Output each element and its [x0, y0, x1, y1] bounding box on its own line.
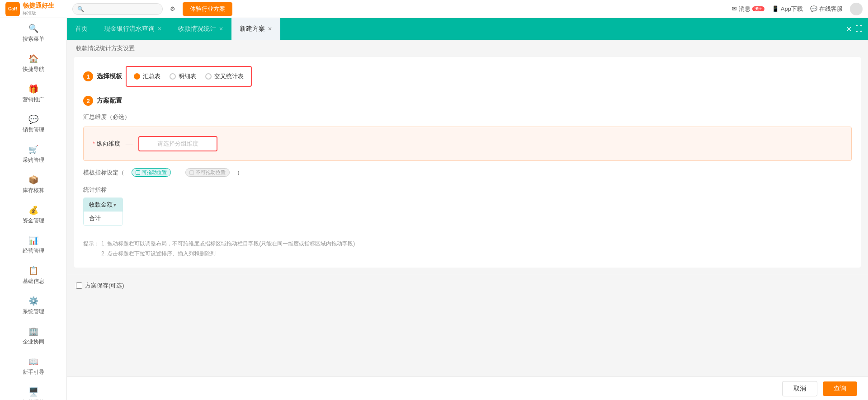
tips-section: 提示： 1. 拖动标题栏可以调整布局，不可跨维度或指标区域拖动栏目字段(只能在同… [83, 239, 852, 259]
finance-icon: 💰 [28, 205, 38, 215]
purchase-icon: 🛒 [28, 145, 38, 155]
top-right-area: ✉ 消息 99+ 📱 App下载 💬 在线客服 [732, 3, 863, 15]
tab-cashflow-close[interactable]: ✕ [157, 26, 162, 32]
sidebar-item-finance[interactable]: 💰 资金管理 [0, 200, 66, 230]
main-card: 1 选择模板 汇总表 明细表 [74, 57, 861, 268]
sidebar-item-operation[interactable]: 📊 经营管理 [0, 230, 66, 260]
trial-button[interactable]: 体验行业方案 [183, 2, 232, 16]
step1-title: 选择模板 [97, 72, 122, 80]
tip-line-1: 提示： 1. 拖动标题栏可以调整布局，不可跨维度或指标区域拖动栏目字段(只能在同… [83, 239, 852, 249]
logo-tag: 标准版 [23, 10, 54, 16]
metric-row-total: 合计 [84, 212, 123, 225]
metric-group-name: 收款金额 [89, 201, 113, 209]
top-search: 🔍 ⚙ 体验行业方案 [72, 2, 732, 16]
metric-dropdown-icon: ▼ [113, 202, 117, 207]
guide-icon: 📖 [28, 357, 38, 367]
radio-group: 汇总表 明细表 交叉统计表 [134, 72, 244, 80]
basic-info-icon: 📋 [28, 266, 38, 276]
user-avatar[interactable] [850, 3, 863, 15]
settings-icon[interactable]: ⚙ [166, 3, 179, 15]
metric-group-title[interactable]: 收款金额 ▼ [84, 198, 123, 212]
maximize-icon[interactable]: ⛶ [855, 25, 863, 33]
save-checkbox[interactable] [76, 282, 82, 289]
radio-circle-detail [170, 73, 176, 80]
save-section: 方案保存(可选) [67, 275, 868, 296]
sidebar-item-label: 采购管理 [23, 156, 44, 164]
quick-nav-icon: 🏠 [28, 54, 38, 64]
tab-cashflow[interactable]: 现金银行流水查询 ✕ [96, 18, 170, 40]
radio-summary-label: 汇总表 [143, 72, 160, 80]
unmovable-label: 不可拖动位置 [196, 169, 226, 176]
query-button[interactable]: 查询 [823, 381, 857, 396]
step1-header: 1 选择模板 汇总表 明细表 [83, 66, 852, 87]
search-input-box[interactable]: 🔍 [72, 3, 163, 15]
dimension-arrow: — [126, 140, 133, 148]
sidebar-item-label: 营销推广 [23, 96, 44, 104]
logo-icon: CaR [5, 2, 20, 16]
dimension-select[interactable]: 请选择分组维度 [138, 136, 217, 151]
sidebar-item-quick-nav[interactable]: 🏠 快捷导航 [0, 48, 66, 79]
sidebar-item-label: 快捷导航 [23, 66, 44, 73]
sidebar-item-sales[interactable]: 💬 销售管理 [0, 109, 66, 139]
sidebar-item-hardware[interactable]: 🖥️ 智能硬件 [0, 381, 66, 400]
sidebar-item-purchase[interactable]: 🛒 采购管理 [0, 139, 66, 169]
step2-section: 2 方案配置 汇总维度（必选） * 纵向维度 — [83, 96, 852, 259]
tab-bar-right: ✕ ⛶ [840, 18, 868, 40]
tab-home[interactable]: 首页 [67, 18, 96, 40]
sidebar-item-basic-info[interactable]: 📋 基础信息 [0, 260, 66, 291]
metrics-header: 模板指标设定（ 可拖动位置 不可拖动位置 ） [83, 168, 852, 177]
tab-cashflow-label: 现金银行流水查询 [104, 25, 155, 33]
sidebar-item-inventory[interactable]: 📦 库存核算 [0, 169, 66, 200]
sidebar-item-label: 库存核算 [23, 187, 44, 194]
radio-detail[interactable]: 明细表 [170, 72, 196, 80]
sidebar-item-label: 资金管理 [23, 217, 44, 225]
metric-group: 收款金额 ▼ 合计 [83, 198, 123, 226]
sidebar-item-search-menu[interactable]: 🔍 搜索菜单 [0, 18, 66, 48]
hardware-icon: 🖥️ [28, 387, 38, 397]
download-button[interactable]: 📱 App下载 [772, 5, 803, 13]
radio-detail-label: 明细表 [179, 72, 196, 80]
message-badge: 99+ [752, 6, 764, 11]
metrics-area: 统计指标 收款金额 ▼ 合计 [83, 181, 852, 230]
tab-new-plan-close[interactable]: ✕ [268, 26, 272, 32]
unmovable-badge: 不可拖动位置 [185, 168, 230, 177]
tab-home-label: 首页 [75, 25, 88, 33]
save-label: 方案保存(可选) [85, 282, 124, 290]
breadcrumb: 收款情况统计方案设置 [67, 40, 868, 57]
sidebar-item-marketing[interactable]: 🎁 营销推广 [0, 79, 66, 109]
page-content: 收款情况统计方案设置 1 选择模板 汇总表 [67, 40, 868, 376]
tab-receipt-stats[interactable]: 收款情况统计 ✕ [170, 18, 231, 40]
enterprise-icon: 🏢 [28, 326, 38, 336]
download-label: App下载 [781, 5, 803, 13]
tab-new-plan-label: 新建方案 [240, 25, 265, 33]
radio-summary[interactable]: 汇总表 [134, 72, 160, 80]
vertical-dim-text: 纵向维度 [97, 140, 120, 147]
sidebar-item-guide[interactable]: 📖 新手引导 [0, 351, 66, 381]
marketing-icon: 🎁 [28, 84, 38, 94]
service-button[interactable]: 💬 在线客服 [810, 5, 843, 13]
radio-cross[interactable]: 交叉统计表 [205, 72, 244, 80]
sidebar-item-label: 搜索菜单 [23, 35, 44, 43]
step2-badge: 2 [83, 96, 93, 106]
radio-circle-summary [134, 73, 140, 80]
sidebar-item-enterprise[interactable]: 🏢 企业协同 [0, 321, 66, 351]
footer-bar: 取消 查询 [67, 376, 868, 400]
metrics-close-paren: ） [237, 169, 243, 177]
message-button[interactable]: ✉ 消息 99+ [732, 5, 764, 13]
save-checkbox-label[interactable]: 方案保存(可选) [76, 282, 124, 290]
cancel-button[interactable]: 取消 [782, 381, 817, 396]
tab-receipt-stats-close[interactable]: ✕ [219, 26, 223, 32]
logo-text: 畅捷通好生 [23, 2, 54, 10]
summary-dim-label: 汇总维度（必选） [83, 113, 852, 121]
content-area: 首页 现金银行流水查询 ✕ 收款情况统计 ✕ 新建方案 ✕ ✕ ⛶ 收款情况统计… [67, 18, 868, 400]
tab-new-plan[interactable]: 新建方案 ✕ [231, 18, 280, 40]
tips-prefix: 提示： [83, 239, 99, 249]
metrics-section-label: 统计指标 [83, 186, 852, 194]
sales-icon: 💬 [28, 114, 38, 124]
close-all-icon[interactable]: ✕ [846, 25, 852, 33]
operation-icon: 📊 [28, 235, 38, 245]
template-options: 汇总表 明细表 交叉统计表 [126, 66, 252, 87]
sidebar-item-system[interactable]: ⚙️ 系统管理 [0, 291, 66, 321]
step2-title: 方案配置 [97, 97, 122, 105]
tab-bar: 首页 现金银行流水查询 ✕ 收款情况统计 ✕ 新建方案 ✕ ✕ ⛶ [67, 18, 868, 40]
